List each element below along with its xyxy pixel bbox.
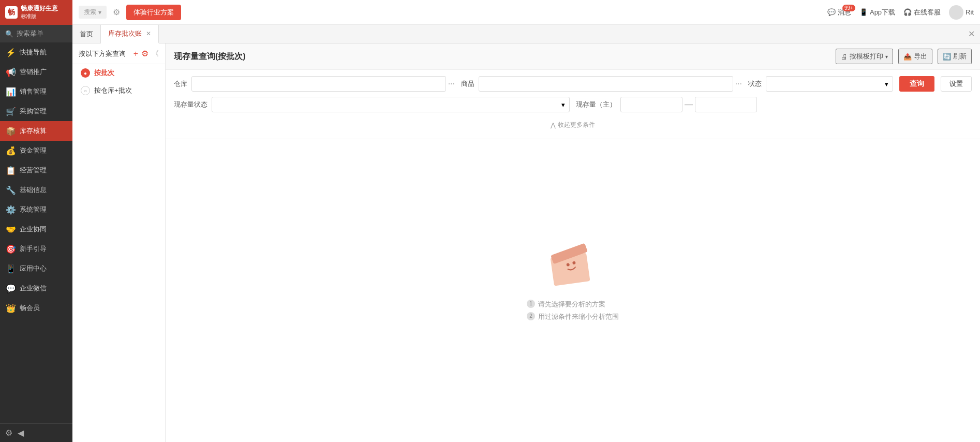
left-panel-icons: + ⚙ 《 [133, 49, 159, 58]
sidebar-header: 畅 畅康通好生意 标准版 [0, 0, 72, 25]
refresh-btn[interactable]: 🔄 刷新 [938, 49, 972, 64]
sidebar-item-purchase[interactable]: 🛒 采购管理 [0, 101, 72, 121]
stock-qty-min-input[interactable] [620, 97, 682, 112]
tip-num-2: 2 [527, 312, 535, 320]
refresh-label: 刷新 [953, 52, 967, 61]
sidebar: 畅 畅康通好生意 标准版 🔍 搜索菜单 ⚡ 快捷导航 📢 营销推广 📊 销售管理… [0, 0, 72, 442]
plan-icon-batch: ● [81, 68, 90, 78]
breadcrumb-chevron: ▾ [98, 9, 101, 16]
product-more-btn[interactable]: ··· [735, 79, 742, 89]
page-header: 现存量查询(按批次) 🖨 按模板打印 ▾ 📤 导出 🔄 刷新 [166, 43, 980, 70]
tab-home[interactable]: 首页 [72, 25, 101, 43]
plan-settings-icon[interactable]: ⚙ [141, 49, 149, 58]
sidebar-item-operation[interactable]: 📋 经营管理 [0, 160, 72, 180]
plan-label-batch: 按批次 [94, 68, 114, 78]
sidebar-item-marketing[interactable]: 📢 营销推广 [0, 62, 72, 82]
tab-close-panel: ✕ [963, 29, 980, 39]
app-download-item[interactable]: 📱 App下载 [859, 8, 895, 17]
print-chevron: ▾ [885, 54, 888, 60]
app-download-icon: 📱 [859, 8, 868, 16]
status-chevron: ▾ [885, 80, 888, 88]
message-badge: 99+ [842, 5, 855, 11]
topbar-gear-icon[interactable]: ⚙ [111, 5, 122, 19]
empty-tip-1: 1 请先选择要分析的方案 [527, 300, 619, 309]
sidebar-item-shortcut[interactable]: ⚡ 快捷导航 [0, 42, 72, 62]
guide-icon: 🎯 [6, 244, 16, 254]
finance-icon: 💰 [6, 146, 16, 155]
message-item[interactable]: 💬 消息 99+ [827, 8, 851, 17]
sidebar-item-label: 销售管理 [20, 87, 47, 96]
left-panel: 按以下方案查询 + ⚙ 《 ● 按批次 ○ 按仓库+批次 [72, 43, 166, 442]
sidebar-item-enterprise[interactable]: 🤝 企业协同 [0, 219, 72, 239]
app-logo: 畅 [5, 6, 18, 19]
stock-qty-dash: — [685, 100, 693, 109]
sidebar-search[interactable]: 🔍 搜索菜单 [0, 25, 72, 42]
stock-status-select[interactable]: ▾ [212, 97, 570, 112]
purchase-icon: 🛒 [6, 107, 16, 116]
empty-tip-2: 2 用过滤条件来缩小分析范围 [527, 312, 619, 321]
sidebar-item-guide[interactable]: 🎯 新手引导 [0, 239, 72, 259]
print-btn[interactable]: 🖨 按模板打印 ▾ [836, 49, 893, 64]
sidebar-item-label: 企业微信 [20, 284, 47, 293]
search-label: 搜索菜单 [17, 29, 43, 38]
collapse-more-btn[interactable]: ⋀ 收起更多条件 [174, 117, 972, 132]
sidebar-item-label: 畅会员 [20, 303, 40, 313]
breadcrumb-text: 搜索 [84, 8, 96, 17]
empty-svg [542, 229, 604, 291]
basic-icon: 🔧 [6, 185, 16, 195]
print-label: 按模板打印 [850, 52, 883, 61]
page-header-actions: 🖨 按模板打印 ▾ 📤 导出 🔄 刷新 [836, 49, 972, 64]
sidebar-item-finance[interactable]: 💰 资金管理 [0, 141, 72, 160]
plan-label-warehouse-batch: 按仓库+批次 [94, 86, 132, 95]
sidebar-item-system[interactable]: ⚙️ 系统管理 [0, 200, 72, 219]
export-label: 导出 [914, 52, 927, 61]
sidebar-item-appstore[interactable]: 📱 应用中心 [0, 259, 72, 278]
app-name-block: 畅康通好生意 标准版 [21, 5, 58, 20]
filter-settings-btn[interactable]: 设置 [941, 76, 972, 92]
warehouse-label: 仓库 [174, 79, 187, 89]
tab-panel-close-icon[interactable]: ✕ [968, 29, 975, 39]
product-input[interactable] [479, 76, 733, 92]
left-panel-header: 按以下方案查询 + ⚙ 《 [72, 43, 165, 64]
user-item[interactable]: Rit [949, 5, 974, 20]
trial-btn[interactable]: 体验行业方案 [126, 5, 181, 20]
plan-item-warehouse-batch[interactable]: ○ 按仓库+批次 [72, 82, 165, 99]
sidebar-item-member[interactable]: 👑 畅会员 [0, 298, 72, 318]
tab-close-icon[interactable]: ✕ [146, 30, 151, 37]
status-select[interactable]: ▾ [766, 76, 893, 92]
stock-qty-max-input[interactable] [695, 97, 757, 112]
panel-collapse-icon[interactable]: 《 [152, 49, 159, 58]
tip-text-1: 请先选择要分析的方案 [538, 300, 605, 309]
product-filter: 商品 ··· [461, 76, 742, 92]
tab-batch-account[interactable]: 库存批次账 ✕ [101, 25, 159, 43]
sidebar-item-basic[interactable]: 🔧 基础信息 [0, 180, 72, 200]
sidebar-item-sales[interactable]: 📊 销售管理 [0, 82, 72, 101]
sidebar-item-label: 营销推广 [20, 67, 47, 77]
sidebar-item-inventory[interactable]: 📦 库存核算 [0, 121, 72, 141]
page-title: 现存量查询(按批次) [174, 51, 246, 62]
collapse-chevron-up: ⋀ [551, 122, 556, 129]
right-content: 现存量查询(按批次) 🖨 按模板打印 ▾ 📤 导出 🔄 刷新 [166, 43, 980, 442]
online-service-item[interactable]: 🎧 在线客服 [903, 8, 941, 17]
breadcrumb[interactable]: 搜索 ▾ [79, 6, 107, 19]
plan-icon-warehouse-batch: ○ [81, 86, 90, 95]
export-icon: 📤 [903, 53, 912, 61]
warehouse-more-btn[interactable]: ··· [448, 79, 455, 89]
query-btn[interactable]: 查询 [899, 76, 934, 92]
plan-item-batch[interactable]: ● 按批次 [72, 64, 165, 82]
stock-qty-label: 现存量（主） [576, 100, 616, 109]
member-icon: 👑 [6, 303, 16, 313]
wechat-icon: 💬 [6, 284, 16, 293]
sidebar-settings-icon[interactable]: ⚙ [5, 428, 12, 438]
sidebar-item-wechat[interactable]: 💬 企业微信 [0, 278, 72, 298]
warehouse-input[interactable] [191, 76, 446, 92]
stock-status-chevron: ▾ [561, 101, 565, 109]
add-plan-icon[interactable]: + [133, 49, 138, 58]
message-icon: 💬 [827, 8, 836, 16]
sidebar-item-label: 库存核算 [20, 126, 47, 136]
app-download-label: App下载 [870, 8, 895, 17]
enterprise-icon: 🤝 [6, 225, 16, 234]
stock-status-label: 现存量状态 [174, 100, 207, 109]
export-btn[interactable]: 📤 导出 [898, 49, 932, 64]
sidebar-collapse-icon[interactable]: ◀ [18, 428, 24, 438]
